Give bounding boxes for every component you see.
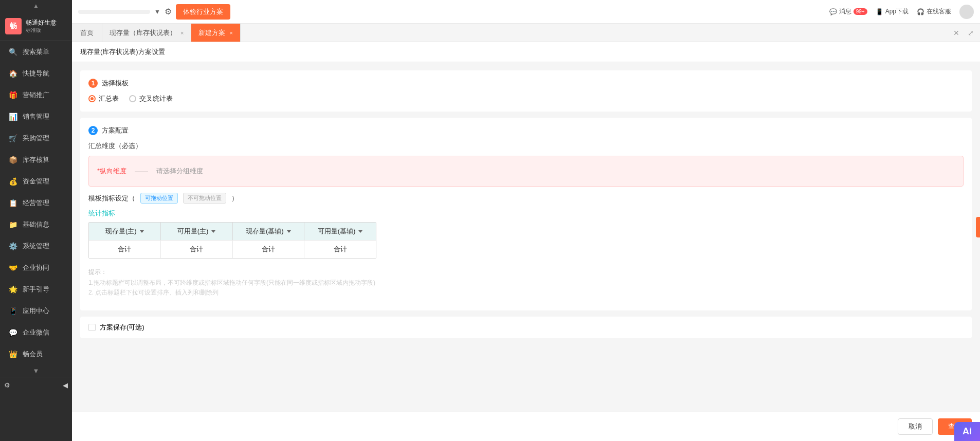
- stats-data-row: 合计 合计 合计 合计: [89, 240, 376, 258]
- tab-new-scheme[interactable]: 新建方案 ×: [191, 24, 240, 42]
- tips-section: 提示： 1.拖动标题栏可以调整布局，不可跨维度或指标区域拖动任何字段(只能在同一…: [88, 264, 964, 302]
- gift-icon: 🎁: [8, 90, 17, 100]
- tab-inventory-close-icon[interactable]: ×: [180, 30, 184, 36]
- logo-text: 畅通好生意: [26, 19, 57, 27]
- tab-new-scheme-close-icon[interactable]: ×: [229, 30, 232, 36]
- right-scroll-handle[interactable]: [976, 217, 980, 237]
- customer-service-item[interactable]: 🎧 在线客服: [917, 7, 951, 16]
- indicator-settings-label: 模板指标设定（ 可拖动位置 不可拖动位置 ）: [88, 193, 964, 204]
- sidebar-item-system[interactable]: ⚙️ 系统管理: [0, 235, 72, 257]
- sidebar-item-member[interactable]: 👑 畅会员: [0, 343, 72, 365]
- section1-number: 1: [88, 79, 98, 88]
- box-icon: 📦: [8, 155, 17, 164]
- sidebar-item-newbie[interactable]: 🌟 新手引导: [0, 279, 72, 300]
- tips-title: 提示：: [88, 268, 964, 277]
- sidebar-item-marketing[interactable]: 🎁 营销推广: [0, 84, 72, 106]
- app-download-label: App下载: [885, 7, 909, 16]
- chart-icon: 📊: [8, 112, 17, 121]
- sidebar-item-shortcut[interactable]: 🏠 快捷导航: [0, 63, 72, 84]
- customer-service-label: 在线客服: [927, 7, 951, 16]
- sidebar-item-management[interactable]: 📋 经营管理: [0, 192, 72, 214]
- save-option: 方案保存(可选): [80, 317, 972, 338]
- panel-close-icon[interactable]: ✕: [951, 28, 961, 38]
- app-download-item[interactable]: 📱 App下载: [876, 7, 909, 16]
- dimension-title: 汇总维度（必选）: [88, 141, 964, 151]
- tab-inventory-status[interactable]: 现存量（库存状况表） ×: [102, 24, 191, 42]
- sidebar-system-label: 系统管理: [23, 242, 49, 251]
- ai-badge[interactable]: Ai: [954, 422, 980, 441]
- sidebar-item-finance[interactable]: 💰 资金管理: [0, 171, 72, 192]
- sidebar-item-inventory[interactable]: 📦 库存核算: [0, 149, 72, 171]
- tab-home[interactable]: 首页: [72, 24, 102, 42]
- sidebar-item-wechat[interactable]: 💬 企业微信: [0, 322, 72, 343]
- stats-col2-header[interactable]: 可用量(主): [161, 223, 233, 240]
- sidebar-item-app-center[interactable]: 📱 应用中心: [0, 300, 72, 322]
- non-movable-badge: 不可拖动位置: [183, 193, 226, 204]
- tab-home-label: 首页: [80, 28, 94, 38]
- tips-item-1: 1.拖动标题栏可以调整布局，不可跨维度或指标区域拖动任何字段(只能在同一维度或指…: [88, 279, 964, 287]
- sidebar-appcenter-label: 应用中心: [23, 306, 49, 316]
- stats-col2-data: 合计: [161, 241, 233, 258]
- stats-col1-header[interactable]: 现存量(主): [89, 223, 161, 240]
- user-avatar[interactable]: [959, 5, 974, 19]
- save-option-label: 方案保存(可选): [100, 323, 144, 332]
- stats-table: 现存量(主) 可用量(主) 现存量(基辅): [88, 222, 376, 259]
- stats-col3-header[interactable]: 现存量(基辅): [233, 223, 305, 240]
- tips-item-2: 2. 点击标题栏下拉可设置排序、插入列和删除列: [88, 288, 964, 297]
- indicator-settings: 模板指标设定（ 可拖动位置 不可拖动位置 ） 统计指标 现存量(主): [88, 193, 964, 259]
- tab-new-scheme-label: 新建方案: [198, 28, 225, 38]
- topbar-gear-icon[interactable]: ⚙: [165, 7, 172, 16]
- message-item[interactable]: 💬 消息 99+: [829, 7, 867, 16]
- radio-summary[interactable]: 汇总表: [88, 94, 119, 103]
- crown-icon: 👑: [8, 350, 17, 359]
- radio-cross-label: 交叉统计表: [139, 94, 173, 103]
- radio-summary-label: 汇总表: [99, 94, 119, 103]
- search-icon: 🔍: [8, 47, 17, 57]
- stats-col1-label: 现存量(主): [105, 227, 137, 236]
- topbar-right: 💬 消息 99+ 📱 App下载 🎧 在线客服: [829, 5, 974, 19]
- col4-chevron-icon: [358, 230, 362, 233]
- col1-chevron-icon: [140, 230, 144, 233]
- section2-number: 2: [88, 126, 98, 135]
- stats-col4-label: 可用量(基辅): [318, 227, 356, 236]
- tab-inventory-status-label: 现存量（库存状况表）: [110, 28, 176, 38]
- dimension-placeholder[interactable]: 请选择分组维度: [156, 167, 203, 176]
- sidebar-collapse-icon[interactable]: ◀: [63, 381, 68, 389]
- section2-label: 方案配置: [102, 126, 129, 135]
- message-icon: 💬: [829, 8, 837, 15]
- template-radio-group: 汇总表 交叉统计表: [88, 94, 964, 103]
- sidebar-item-sales[interactable]: 📊 销售管理: [0, 106, 72, 127]
- sidebar-management-label: 经营管理: [23, 198, 49, 208]
- logo-icon: 畅: [5, 18, 22, 34]
- sidebar-member-label: 畅会员: [23, 350, 43, 359]
- sidebar-scroll-down[interactable]: ▼: [0, 365, 72, 377]
- message-label: 消息: [839, 7, 851, 16]
- indicator-label-text: 模板指标设定（: [88, 194, 135, 203]
- topbar-search-box: [78, 10, 150, 14]
- sidebar: ▲ 畅 畅通好生意 标准版 🔍 搜索菜单 🏠 快捷导航 🎁 营销推广 📊 销售管…: [0, 0, 72, 441]
- sidebar-item-basic[interactable]: 📁 基础信息: [0, 214, 72, 235]
- sidebar-scroll-up[interactable]: ▲: [0, 0, 72, 12]
- panel-body: 1 选择模板 汇总表 交叉统计表 2: [72, 62, 980, 346]
- sidebar-finance-label: 资金管理: [23, 177, 49, 186]
- sidebar-wechat-label: 企业微信: [23, 328, 49, 337]
- section1-label: 选择模板: [102, 79, 129, 88]
- sidebar-settings-icon[interactable]: ⚙: [4, 381, 10, 389]
- stats-col3-label: 现存量(基辅): [246, 227, 284, 236]
- stats-col4-header[interactable]: 可用量(基辅): [304, 223, 376, 240]
- topbar-dropdown[interactable]: ▼: [154, 8, 160, 15]
- sidebar-inventory-label: 库存核算: [23, 155, 49, 164]
- save-checkbox[interactable]: [88, 324, 96, 331]
- footer-bar: 取消 查询: [72, 412, 980, 441]
- panel-expand-icon[interactable]: ⤢: [966, 28, 976, 38]
- panel-title: 现存量(库存状况表)方案设置: [80, 48, 165, 56]
- trial-btn[interactable]: 体验行业方案: [176, 4, 230, 20]
- radio-cross[interactable]: 交叉统计表: [129, 94, 173, 103]
- sidebar-item-search[interactable]: 🔍 搜索菜单: [0, 41, 72, 63]
- dimension-dash: ——: [135, 168, 148, 175]
- stats-col1-data: 合计: [89, 241, 161, 258]
- sidebar-item-purchase[interactable]: 🛒 采购管理: [0, 127, 72, 149]
- cancel-button[interactable]: 取消: [898, 418, 933, 435]
- sidebar-item-enterprise[interactable]: 🤝 企业协同: [0, 257, 72, 279]
- tabs-bar: 首页 现存量（库存状况表） × 新建方案 × ✕ ⤢: [72, 24, 980, 42]
